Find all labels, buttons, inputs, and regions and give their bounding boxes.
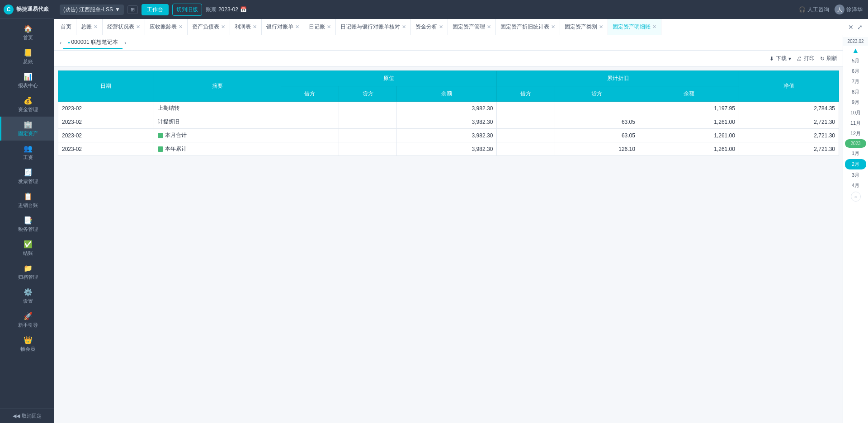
tab-close-11[interactable]: ✕ [551,24,555,30]
cell-accum-debit-3 [497,142,555,156]
tab-3[interactable]: 应收账龄表✕ [145,19,188,35]
prev-asset-btn[interactable]: ‹ [60,39,61,46]
sidebar-item-10[interactable]: 📁归档管理 [0,260,54,284]
sidebar-item-1[interactable]: 📒总账 [0,45,54,69]
sidebar-item-6[interactable]: 🧾发票管理 [0,164,54,188]
sidebar-bottom-label: 取消固定 [22,413,42,419]
copy-button[interactable]: ⊞ [127,5,138,14]
th-date: 日期 [58,71,154,102]
tab-5[interactable]: 利润表✕ [230,19,262,35]
tab-label-12: 固定资产类别 [565,23,597,31]
right-panel-circle[interactable]: ○ [851,192,861,202]
workbench-button[interactable]: 工作台 [142,4,169,15]
right-panel-month-3[interactable]: 8月 [843,87,868,97]
sidebar-item-2[interactable]: 📊报表中心 [0,69,54,93]
sidebar-label-3: 资金管理 [18,106,38,113]
tab-close-1[interactable]: ✕ [94,24,98,30]
tab-close-9[interactable]: ✕ [439,24,443,30]
logo-text: 畅捷通易代账 [16,5,49,13]
cell-date-2: 2023-02 [58,129,154,142]
sidebar-item-8[interactable]: 📑税务管理 [0,212,54,236]
pin-icon: ◀◀ [13,413,20,419]
cell-accum-balance-2: 1,261.00 [639,129,739,142]
sidebar-item-12[interactable]: 🚀新手引导 [0,308,54,332]
right-panel-month-current-2[interactable]: 3月 [843,170,868,180]
tab-0[interactable]: 首页 [56,19,76,35]
sidebar-item-0[interactable]: 🏠首页 [0,21,54,45]
th-orig-credit: 贷方 [339,86,397,102]
right-panel-month-5[interactable]: 10月 [843,108,868,118]
right-panel-month-current-3[interactable]: 4月 [843,180,868,191]
scroll-up-btn[interactable]: ▲ [851,46,860,56]
th-desc: 摘要 [154,71,281,102]
tab-1[interactable]: 总账✕ [76,19,103,35]
tab-13[interactable]: 固定资产明细账✕ [608,19,661,35]
table-row: 2023-02 上期结转 3,982.30 1,197.95 2,784.35 [58,102,839,115]
right-panel-month-7[interactable]: 12月 [843,128,868,139]
right-panel-month-4[interactable]: 9月 [843,97,868,108]
company-selector[interactable]: (劝告) 江西服垒-LSS ▼ [60,5,124,15]
refresh-button[interactable]: ↻ 刷新 [820,55,837,62]
current-asset-tab[interactable]: ▪ 000001 联想笔记本 [63,37,123,49]
sidebar-icon-6: 🧾 [24,168,33,177]
sidebar-item-7[interactable]: 📋进销台账 [0,188,54,212]
tab-8[interactable]: 日记账与银行对账单核对✕ [336,19,411,35]
tab-close-6[interactable]: ✕ [295,24,299,30]
sidebar-label-0: 首页 [23,34,33,41]
tab-close-8[interactable]: ✕ [402,24,406,30]
company-name: (劝告) 江西服垒-LSS [63,6,113,14]
user-menu[interactable]: 人 徐泽华 [835,5,863,14]
th-orig-balance: 余额 [397,86,497,102]
tab-6[interactable]: 银行对账单✕ [262,19,304,35]
right-panel-month-2[interactable]: 7月 [843,76,868,87]
content-area: ‹ ▪ 000001 联想笔记本 › ⬇ 下载 ▾ 🖨 打印 [54,35,868,423]
th-accumulated-depreciation: 累计折旧 [497,71,739,86]
support-button[interactable]: 🎧 人工咨询 [799,6,829,14]
actions-bar: ⬇ 下载 ▾ 🖨 打印 ↻ 刷新 [54,51,843,67]
sidebar-bottom[interactable]: ◀◀ 取消固定 [0,409,54,423]
tab-label-5: 利润表 [235,23,251,31]
tab-11[interactable]: 固定资产折旧统计表✕ [496,19,560,35]
tab-4[interactable]: 资产负债表✕ [188,19,230,35]
tab-close-5[interactable]: ✕ [253,24,257,30]
refresh-icon: ↻ [820,56,825,62]
cell-orig-debit-1 [281,115,339,129]
tab-12[interactable]: 固定资产类别✕ [560,19,608,35]
print-button[interactable]: 🖨 打印 [797,55,815,62]
tab-label-8: 日记账与银行对账单核对 [340,23,400,31]
right-panel-month-current-0[interactable]: 1月 [843,148,868,159]
cell-accum-credit-0 [555,102,639,115]
sidebar-label-12: 新手引导 [18,322,38,329]
right-panel-month-current-1[interactable]: 2月 [845,159,866,169]
sidebar-item-4[interactable]: 🏢固定资产 [0,117,54,141]
tab-10[interactable]: 固定资产管理✕ [448,19,496,35]
sidebar-item-3[interactable]: 💰资金管理 [0,93,54,117]
download-button[interactable]: ⬇ 下载 ▾ [769,55,791,62]
sidebar-item-9[interactable]: ✅结账 [0,236,54,260]
sidebar-item-13[interactable]: 👑畅会员 [0,332,54,356]
switch-version-button[interactable]: 切到旧版 [172,4,202,16]
tab-2[interactable]: 经营状况表✕ [103,19,145,35]
tab-close-2[interactable]: ✕ [136,24,140,30]
cell-desc-1: 计提折旧 [154,115,281,129]
cell-orig-credit-1 [339,115,397,129]
close-all-icon[interactable]: ✕ [848,24,854,31]
tab-close-7[interactable]: ✕ [327,24,331,30]
right-panel-month-6[interactable]: 11月 [843,118,868,128]
tab-9[interactable]: 资金分析✕ [411,19,448,35]
right-panel-month-0[interactable]: 5月 [843,56,868,66]
tab-close-13[interactable]: ✕ [652,24,656,30]
cell-accum-balance-0: 1,197.95 [639,102,739,115]
tab-close-3[interactable]: ✕ [179,24,183,30]
sidebar-item-11[interactable]: ⚙️设置 [0,284,54,308]
tab-close-12[interactable]: ✕ [599,24,603,30]
maximize-icon[interactable]: ⤢ [857,24,863,31]
next-asset-btn[interactable]: › [124,39,126,46]
tab-7[interactable]: 日记账✕ [304,19,336,35]
sidebar-item-5[interactable]: 👥工资 [0,141,54,164]
table-row: 2023-02 本年累计 3,982.30 126.10 1,261.00 2,… [58,142,839,156]
right-panel-month-1[interactable]: 6月 [843,66,868,76]
tab-close-4[interactable]: ✕ [221,24,225,30]
headset-icon: 🎧 [799,6,806,13]
tab-close-10[interactable]: ✕ [487,24,491,30]
